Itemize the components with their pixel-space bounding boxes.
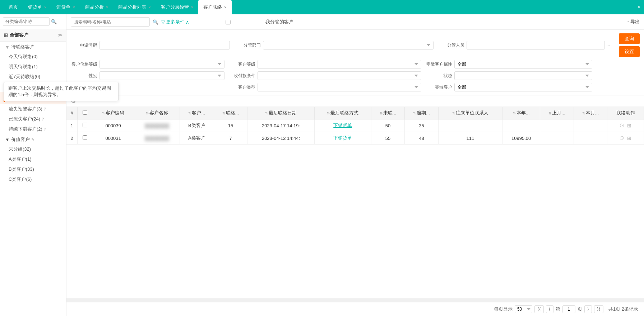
action-more-icon[interactable]: ⊞ <box>627 123 631 128</box>
col-contact-count[interactable]: 联络... <box>214 107 247 119</box>
next-page-button[interactable]: ⟩ <box>584 305 592 313</box>
sidebar-item-7days-pending[interactable]: 近7天待联络(0) <box>0 72 66 82</box>
last-page-button[interactable]: ⟩⟩ <box>594 305 603 313</box>
filter-phone: 电话号码 <box>71 41 230 49</box>
close-purchase-order-icon[interactable]: × <box>73 5 75 9</box>
close-product-analysis-icon[interactable]: × <box>106 5 108 9</box>
phone-input[interactable] <box>99 41 230 49</box>
filter-search-icon[interactable]: 🔍 <box>153 19 158 25</box>
sidebar-item-churned[interactable]: 已流失客户(24) ? <box>0 114 66 124</box>
sidebar-all-customers[interactable]: ⊞ 全部客户 ≫ <box>0 29 66 42</box>
nav-customer-segment[interactable]: 客户分层经营 × <box>156 0 198 14</box>
table-header-row: # 客户编码 客户名称 客户... 联络... 最后联络日期 最后联络方式 未联… <box>66 107 644 119</box>
col-not-contacted[interactable]: 未联... <box>371 107 405 119</box>
person-input[interactable] <box>467 41 605 49</box>
top-nav: 首页 销货单 × 进货单 × 商品分析 × 商品分析列表 × 客户分层经营 × … <box>0 0 644 14</box>
sidebar-item-class-a[interactable]: A类客户(1) <box>0 154 66 164</box>
pending-arrow-icon: ▼ <box>5 44 10 50</box>
sidebar-item-tomorrow-pending[interactable]: 明天待联络(1) <box>0 62 66 72</box>
col-last-contact-date[interactable]: 最后联络日期 <box>247 107 314 119</box>
close-sales-order-icon[interactable]: × <box>44 5 46 9</box>
col-customer-type[interactable]: 客户... <box>180 107 214 119</box>
churn-warning-info-icon[interactable]: ? <box>44 107 46 111</box>
cell-checkbox[interactable] <box>78 132 92 145</box>
nav-product-analysis-list[interactable]: 商品分析列表 × <box>113 0 156 14</box>
settings-button[interactable]: 设置 <box>619 46 640 57</box>
action-link-icon[interactable]: ⚇ <box>620 135 624 141</box>
col-last-contact-way[interactable]: 最后联络方式 <box>314 107 371 119</box>
cell-partner-contact <box>438 119 502 132</box>
sidebar-collapse-icon[interactable]: ≫ <box>58 33 62 38</box>
prev-page-button[interactable]: ⟨ <box>546 305 553 313</box>
select-all-checkbox[interactable] <box>83 110 87 115</box>
gender-select[interactable] <box>99 71 224 80</box>
nav-home[interactable]: 首页 <box>4 0 23 14</box>
my-customers-checkbox[interactable] <box>192 20 264 24</box>
sidebar-item-churn-warning[interactable]: 流失预警客户(3) ? <box>0 104 66 114</box>
sidebar-search-input[interactable] <box>3 17 50 26</box>
col-partner-contact[interactable]: 往来单位联系人 <box>438 107 502 119</box>
cell-checkbox[interactable] <box>78 119 92 132</box>
retail-customer-select[interactable]: 全部 <box>454 83 592 91</box>
churned-info-icon[interactable]: ? <box>42 117 44 121</box>
my-customers-checkbox-label[interactable]: 我分管的客户 <box>192 19 293 25</box>
customer-type-select[interactable] <box>258 83 421 91</box>
customer-level-select[interactable] <box>258 60 421 69</box>
sidebar: 🔍 ⊞ 全部客户 ≫ ▼ 待联络客户 今天待联络(0) 明天待联络(1) 近7天… <box>0 14 66 316</box>
nav-customer-contact[interactable]: 客户联络 × <box>198 0 231 14</box>
more-conditions-button[interactable]: ▽ 更多条件 ∧ <box>161 19 189 25</box>
status-select[interactable] <box>454 71 592 80</box>
sidebar-item-class-b[interactable]: B类客户(33) <box>0 164 66 174</box>
sidebar-item-ungrouped[interactable]: 未分组(32) <box>0 144 66 154</box>
col-last-month[interactable]: 上月... <box>540 107 574 119</box>
sidebar-pending-contact-group[interactable]: ▼ 待联络客户 <box>0 42 66 52</box>
window-close-icon[interactable]: × <box>637 4 640 10</box>
close-customer-contact-icon[interactable]: × <box>224 5 226 9</box>
col-overdue[interactable]: 逾期... <box>405 107 439 119</box>
advanced-filter: 电话号码 分管部门 分管人员 ··· 查询 设置 <box>66 30 644 95</box>
col-this-month[interactable]: 本月... <box>574 107 607 119</box>
query-button[interactable]: 查询 <box>619 33 640 44</box>
retail-attr-select[interactable]: 全部 <box>454 60 592 69</box>
close-customer-segment-icon[interactable]: × <box>191 5 193 9</box>
first-page-button[interactable]: ⟨⟨ <box>534 305 544 313</box>
close-product-analysis-list-icon[interactable]: × <box>148 5 150 9</box>
per-page-select[interactable]: 50 100 <box>515 305 532 313</box>
sidebar-search-icon[interactable]: 🔍 <box>51 19 57 24</box>
nav-product-analysis[interactable]: 商品分析 × <box>80 0 113 14</box>
pagination: 每页显示 50 100 ⟨⟨ ⟨ 第 页 ⟩ ⟩⟩ 共1页 2条记录 <box>66 302 644 316</box>
page-number-input[interactable] <box>562 305 575 313</box>
sidebar-value-customers-group[interactable]: ▼ 价值客户 ✎ <box>0 134 66 144</box>
cell-type: B类客户 <box>180 119 214 132</box>
sidebar-item-today-pending[interactable]: 今天待联络(0) <box>0 52 66 62</box>
last-contact-way-link[interactable]: 下销货单 <box>333 123 352 128</box>
nav-purchase-order[interactable]: 进货单 × <box>51 0 80 14</box>
person-more-icon[interactable]: ··· <box>606 43 610 48</box>
search-input[interactable] <box>71 17 150 27</box>
payment-select[interactable] <box>258 71 421 80</box>
cell-last-contact-way[interactable]: 下销货单 <box>314 132 371 145</box>
sidebar-item-class-c[interactable]: C类客户(6) <box>0 174 66 184</box>
value-customers-edit-icon[interactable]: ✎ <box>31 137 34 142</box>
export-button[interactable]: ↑ 导出 <box>627 19 640 25</box>
horizontal-scrollbar[interactable] <box>66 298 644 302</box>
action-more-icon[interactable]: ⊞ <box>627 135 631 141</box>
row-checkbox[interactable] <box>83 123 87 127</box>
price-level-select[interactable] <box>99 60 224 69</box>
row-checkbox[interactable] <box>83 135 87 140</box>
sidebar-item-declining[interactable]: 持续下滑客户(2) ? <box>0 124 66 134</box>
col-this-year[interactable]: 本年... <box>502 107 540 119</box>
col-customer-name[interactable]: 客户名称 <box>134 107 180 119</box>
action-link-icon[interactable]: ⚇ <box>620 123 624 128</box>
filter-price-level: 客户价格等级 <box>71 60 224 69</box>
cell-last-contact-way[interactable]: 下销货单 <box>314 119 371 132</box>
filter-row-4: ... 客户类型 零散客户 全部 <box>71 83 640 91</box>
nav-sales-order[interactable]: 销货单 × <box>23 0 51 14</box>
dept-select[interactable] <box>263 41 433 49</box>
cell-contact: 7 <box>214 132 247 145</box>
declining-info-icon[interactable]: ? <box>44 127 46 131</box>
last-contact-way-link[interactable]: 下销货单 <box>333 135 352 141</box>
col-customer-code[interactable]: 客户编码 <box>92 107 134 119</box>
cell-overdue: 48 <box>405 132 439 145</box>
col-index: # <box>66 107 78 119</box>
